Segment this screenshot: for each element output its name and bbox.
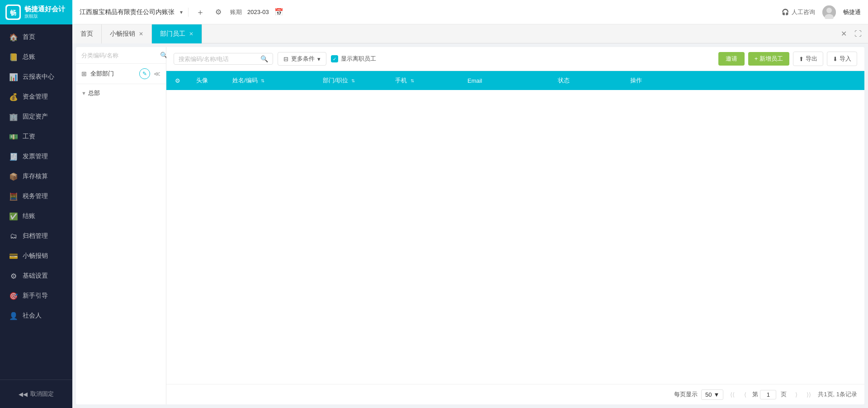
export-label: 导出 (806, 55, 817, 63)
dept-header: ⊞ 全部部门 ✎ ≪ (76, 64, 166, 84)
employee-search-icon[interactable]: 🔍 (260, 55, 268, 62)
logo-title: 畅捷通好会计 (24, 5, 65, 13)
col-phone[interactable]: 手机 ⇅ (388, 71, 460, 90)
nav-icon-inventory: 📦 (9, 172, 18, 181)
add-account-button[interactable]: ＋ (194, 6, 207, 19)
tab-label-home-tab: 首页 (80, 30, 93, 38)
per-page-select[interactable]: 50 ▼ (701, 389, 723, 400)
col-status: 状态 (551, 71, 623, 90)
nav-label-general-ledger: 总账 (23, 53, 35, 61)
tab-close-expense-tab[interactable]: ✕ (139, 31, 143, 37)
nav-icon-home: 🏠 (9, 33, 18, 42)
per-page-value: 50 (705, 391, 712, 398)
user-avatar[interactable] (822, 5, 836, 19)
tab-label-expense-tab: 小畅报销 (110, 30, 135, 38)
table-header: ⚙ 头像 姓名/编码 ⇅ 部门/职位 ⇅ 手机 ⇅ Email 状态 操作 (166, 71, 864, 90)
current-page-input[interactable] (760, 390, 776, 399)
sidebar-item-checkout[interactable]: ✅结账 (0, 206, 72, 226)
nav-label-xiaochang-expense: 小畅报销 (23, 252, 48, 260)
sidebar-footer: ◀◀ 取消固定 (0, 380, 72, 408)
col-dept-position[interactable]: 部门/职位 ⇅ (316, 71, 388, 90)
topbar-divider (188, 8, 189, 17)
last-page-button[interactable]: ⟩⟩ (803, 389, 814, 400)
tab-close-dept-employee-tab[interactable]: ✕ (189, 31, 193, 37)
sidebar-item-basic-settings[interactable]: ⚙基础设置 (0, 266, 72, 286)
sidebar-item-inventory[interactable]: 📦库存核算 (0, 166, 72, 186)
sidebar-logo: 畅 畅捷通好会计 旗舰版 (0, 0, 72, 24)
show-resigned-checkbox[interactable]: ✓ (331, 55, 338, 62)
tab-label-dept-employee-tab: 部门员工 (160, 30, 185, 38)
dept-search-area: 🔍 (76, 47, 166, 64)
all-dept-label: 全部部门 (90, 70, 136, 78)
period-value: 2023-03 (247, 9, 269, 15)
sidebar-item-general-ledger[interactable]: 📒总账 (0, 47, 72, 67)
nav-label-fixed-assets: 固定资产 (23, 113, 48, 121)
tab-home-tab[interactable]: 首页 (72, 24, 102, 43)
settings-button[interactable]: ⚙ (212, 6, 225, 19)
sidebar-item-archive-mgmt[interactable]: 🗂归档管理 (0, 226, 72, 246)
sidebar-item-fund-mgmt[interactable]: 💰资金管理 (0, 87, 72, 107)
cancel-fixed-label: 取消固定 (30, 390, 54, 398)
nav-icon-general-ledger: 📒 (9, 52, 18, 62)
logo-icon: 畅 (5, 5, 21, 20)
sort-name-icon: ⇅ (261, 78, 264, 83)
sidebar-item-new-guide[interactable]: 🎯新手引导 (0, 286, 72, 306)
nav-label-basic-settings: 基础设置 (23, 272, 48, 280)
col-name-code[interactable]: 姓名/编码 ⇅ (225, 71, 316, 90)
logo-subtitle: 旗舰版 (24, 13, 65, 19)
nav-icon-archive-mgmt: 🗂 (9, 232, 18, 241)
close-tab-button[interactable]: ✕ (837, 28, 850, 40)
expand-tab-button[interactable]: ⛶ (852, 28, 864, 40)
customer-service-button[interactable]: 🎧 人工咨询 (782, 8, 815, 16)
main-area: 江西服宝精品有限责任公司内账张 ▾ ＋ ⚙ 账期 2023-03 📅 🎧 人工咨… (72, 0, 868, 408)
tabbar-actions: ✕ ⛶ (837, 28, 868, 40)
dept-collapse-button[interactable]: ≪ (154, 70, 160, 77)
first-page-button[interactable]: ⟨⟨ (727, 389, 738, 400)
employee-search-input[interactable] (179, 56, 258, 62)
import-button[interactable]: ⬇ 导入 (827, 52, 857, 66)
nav-label-salary: 工资 (23, 133, 35, 141)
employee-table: ⚙ 头像 姓名/编码 ⇅ 部门/职位 ⇅ 手机 ⇅ Email 状态 操作 (166, 71, 864, 90)
col-settings[interactable]: ⚙ (166, 71, 189, 90)
sidebar-item-add-on[interactable]: 👤社会人 (0, 306, 72, 326)
sidebar-item-invoice-mgmt[interactable]: 🧾发票管理 (0, 147, 72, 166)
sidebar-item-salary[interactable]: 💵工资 (0, 127, 72, 147)
tabbar: 首页小畅报销✕部门员工✕ ✕ ⛶ (72, 24, 868, 43)
show-resigned-toggle[interactable]: ✓ 显示离职员工 (331, 55, 376, 63)
sidebar-item-report-center[interactable]: 📊云报表中心 (0, 67, 72, 87)
sidebar-nav: 🏠首页📒总账📊云报表中心💰资金管理🏢固定资产💵工资🧾发票管理📦库存核算🧮税务管理… (0, 24, 72, 380)
invite-button[interactable]: 邀请 (718, 52, 745, 66)
next-page-button[interactable]: ⟩ (791, 389, 802, 400)
dept-edit-button[interactable]: ✎ (139, 68, 150, 79)
sidebar-item-home[interactable]: 🏠首页 (0, 27, 72, 47)
nav-icon-checkout: ✅ (9, 212, 18, 221)
topbar: 江西服宝精品有限责任公司内账张 ▾ ＋ ⚙ 账期 2023-03 📅 🎧 人工咨… (72, 0, 868, 24)
tab-expense-tab[interactable]: 小畅报销✕ (102, 24, 152, 43)
dept-tree-root[interactable]: ▼总部 (76, 86, 166, 100)
col-email: Email (460, 71, 551, 90)
sidebar-item-xiaochang-expense[interactable]: 💳小畅报销 (0, 246, 72, 266)
toolbar-right: 邀请 + 新增员工 ⬆ 导出 ⬇ 导入 (718, 52, 857, 66)
nav-label-inventory: 库存核算 (23, 172, 48, 180)
page-word-prefix: 第 (752, 390, 758, 399)
export-button[interactable]: ⬆ 导出 (793, 52, 823, 66)
company-dropdown-button[interactable]: ▾ (180, 9, 183, 15)
cancel-fixed-button[interactable]: ◀◀ 取消固定 (0, 385, 72, 403)
grid-icon: ⊞ (81, 70, 87, 77)
prev-page-button[interactable]: ⟨ (740, 389, 750, 400)
nav-label-home: 首页 (23, 33, 35, 41)
nav-label-archive-mgmt: 归档管理 (23, 232, 48, 240)
arrow-left-icon: ◀◀ (19, 391, 28, 398)
tab-dept-employee-tab[interactable]: 部门员工✕ (152, 24, 202, 43)
calendar-icon[interactable]: 📅 (274, 8, 283, 16)
pagination: 每页显示 50 ▼ ⟨⟨ ⟨ 第 页 ⟩ ⟩⟩ 共1页, 1条记录 (166, 384, 864, 404)
sidebar-item-fixed-assets[interactable]: 🏢固定资产 (0, 107, 72, 127)
import-label: 导入 (840, 55, 851, 63)
headset-icon: 🎧 (782, 9, 789, 15)
per-page-dropdown-icon: ▼ (713, 391, 719, 398)
more-filter-button[interactable]: ⊟ 更多条件 ▾ (278, 52, 326, 66)
add-employee-button[interactable]: + 新增员工 (748, 52, 789, 66)
page-word: 页 (778, 389, 789, 400)
dept-search-input[interactable] (81, 52, 157, 59)
sidebar-item-tax-mgmt[interactable]: 🧮税务管理 (0, 186, 72, 206)
